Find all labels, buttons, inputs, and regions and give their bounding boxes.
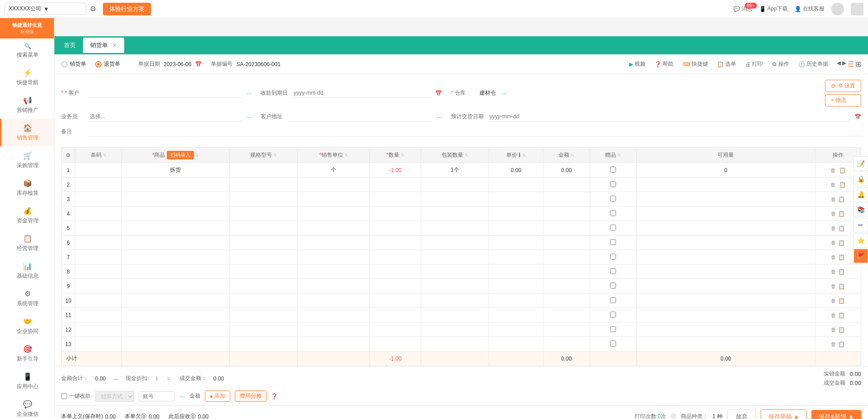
customer-more-btn[interactable]: ··· (246, 90, 252, 97)
avatar[interactable] (831, 3, 844, 15)
list-view-icon[interactable]: ☰ (848, 60, 854, 68)
expense-split-btn[interactable]: 费用分摊 (235, 390, 267, 402)
row11-copy-icon[interactable]: 📋 (838, 312, 845, 318)
row3-copy-icon[interactable]: 📋 (838, 196, 845, 202)
product-types-icon[interactable]: ⓪ (671, 413, 676, 419)
row6-copy-icon[interactable]: 📋 (838, 240, 845, 246)
row1-gift-cb[interactable] (610, 167, 616, 173)
row13-copy-icon[interactable]: 📋 (838, 341, 845, 347)
sidebar-item-inventory[interactable]: 📦 库存核算 (0, 174, 54, 202)
row8-copy-icon[interactable]: 📋 (838, 269, 845, 275)
sidebar-item-quick-nav[interactable]: ⚡ 快捷导航 (0, 63, 54, 91)
history-btn[interactable]: 🕐 历史单据 (795, 59, 831, 69)
row10-copy-icon[interactable]: 📋 (838, 298, 845, 304)
warehouse-more-btn[interactable]: ··· (502, 90, 507, 97)
sidebar-item-enterprise[interactable]: 🤝 企业协同 (0, 312, 54, 340)
row6-delete-icon[interactable]: 🗑 (831, 240, 836, 246)
right-panel-bell-icon[interactable]: 🔔 (853, 187, 868, 202)
row2-delete-icon[interactable]: 🗑 (830, 182, 836, 188)
th-settings[interactable]: ⚙ (62, 148, 75, 163)
row3-gift-cb[interactable] (610, 196, 616, 202)
row4-gift-cb[interactable] (610, 210, 616, 216)
print-btn[interactable]: 🖨 打印 (742, 59, 766, 69)
video-btn[interactable]: ▶ 视频 (626, 59, 648, 69)
help-btn[interactable]: ❓ 帮助 (652, 59, 676, 69)
row5-delete-icon[interactable]: 🗑 (831, 225, 836, 231)
save-new-btn[interactable]: 保存&新增 ▲ (811, 410, 861, 419)
address-more-btn[interactable]: ··· (436, 113, 442, 120)
row1-barcode[interactable] (75, 163, 122, 178)
row1-gift[interactable] (590, 163, 636, 178)
calendar-icon-payment[interactable]: 📅 (435, 90, 442, 96)
row12-gift-cb[interactable] (610, 326, 616, 332)
select-btn[interactable]: 📋 选单 (714, 59, 739, 69)
sidebar-item-wechat[interactable]: 💬 企业微信 (0, 395, 54, 419)
sidebar-item-finance[interactable]: 💰 资金管理 (0, 202, 54, 229)
grid-view-icon[interactable]: ⊞ (855, 60, 861, 68)
row8-delete-icon[interactable]: 🗑 (831, 269, 836, 275)
right-panel-note-icon[interactable]: 📝 (853, 156, 868, 171)
prev-icon[interactable]: ◀ (837, 60, 841, 68)
operate-btn[interactable]: ⚙ 操作 (769, 59, 792, 69)
right-panel-star-icon[interactable]: ⭐ (853, 233, 868, 248)
row2-copy-icon[interactable]: 📋 (839, 182, 846, 188)
row1-product[interactable]: 拆货 (122, 163, 229, 178)
row9-gift-cb[interactable] (610, 283, 616, 289)
row1-delete-icon[interactable]: 🗑 (830, 167, 836, 173)
row1-qty[interactable]: -1.00 (370, 163, 421, 178)
row8-gift-cb[interactable] (610, 268, 616, 274)
one-click-payment-label[interactable]: 一键收款 (61, 392, 91, 400)
logistics-btn[interactable]: + 物流 (825, 94, 861, 106)
row13-delete-icon[interactable]: 🗑 (831, 341, 836, 347)
discard-btn[interactable]: 放弃 (727, 409, 756, 419)
row1-copy-icon[interactable]: 📋 (839, 167, 846, 173)
right-panel-book-icon[interactable]: 📚 (853, 202, 868, 217)
account-input[interactable] (139, 391, 175, 401)
radio-sale[interactable]: 销货单 (61, 60, 86, 68)
row7-delete-icon[interactable]: 🗑 (831, 254, 836, 260)
row9-delete-icon[interactable]: 🗑 (831, 283, 836, 289)
row1-amount[interactable]: 0.00 (543, 163, 590, 178)
sidebar-item-system[interactable]: ⚙ 系统管理 (0, 284, 54, 312)
row10-delete-icon[interactable]: 🗑 (831, 298, 836, 304)
right-panel-edit-icon[interactable]: ✏ (853, 218, 868, 232)
row11-gift-cb[interactable] (610, 312, 616, 318)
customer-address-input[interactable] (287, 112, 433, 121)
settings-btn[interactable]: ⚙ ⚙ 设置 (825, 80, 861, 92)
row6-gift-cb[interactable] (610, 239, 616, 245)
next-icon[interactable]: ▶ (842, 60, 846, 68)
shortcut-btn[interactable]: ⌨ 快捷键 (680, 59, 711, 69)
right-panel-flag-icon[interactable]: 🚩 (853, 249, 868, 263)
row1-price[interactable]: 0.00 (489, 163, 543, 178)
payment-due-input[interactable] (291, 88, 432, 98)
sidebar-item-purchase[interactable]: 🛒 采购管理 (0, 146, 54, 174)
sidebar-item-basic[interactable]: 📊 基础信息 (0, 257, 54, 284)
row11-delete-icon[interactable]: 🗑 (831, 312, 836, 318)
row1-unit[interactable]: 个 (297, 163, 370, 178)
tab-close-icon[interactable]: ✕ (112, 42, 117, 48)
right-panel-lock-icon[interactable]: 🔒 (853, 172, 868, 186)
scan-btn[interactable]: 扫码录入 (167, 151, 194, 159)
row1-spec[interactable] (229, 163, 297, 178)
tab-sale-order[interactable]: 销货单 ✕ (83, 38, 124, 53)
sidebar-item-operations[interactable]: 📋 经营管理 (0, 229, 54, 257)
sidebar-item-marketing[interactable]: 📢 营销推广 (0, 91, 54, 119)
row7-copy-icon[interactable]: 📋 (838, 254, 845, 260)
company-selector[interactable]: XXXXXX公司 ▼ (5, 3, 86, 15)
discount-info-icon[interactable]: ℹ (156, 376, 158, 382)
row10-gift-cb[interactable] (610, 297, 616, 303)
row13-gift-cb[interactable] (610, 341, 616, 347)
settlement-select[interactable]: 结算方式 (95, 391, 134, 402)
row12-copy-icon[interactable]: 📋 (838, 327, 845, 333)
message-btn[interactable]: 💬 消息 99+ (733, 5, 752, 13)
expense-help-icon[interactable]: ❓ (271, 393, 278, 400)
row7-gift-cb[interactable] (610, 254, 616, 260)
row5-copy-icon[interactable]: 📋 (838, 225, 845, 231)
salesperson-more-btn[interactable]: ··· (246, 113, 252, 120)
row3-delete-icon[interactable]: 🗑 (831, 196, 836, 202)
row12-delete-icon[interactable]: 🗑 (831, 327, 836, 333)
one-click-payment-cb[interactable] (61, 393, 67, 399)
online-service-btn[interactable]: 👤 在线客服 (795, 5, 824, 13)
sidebar-item-appstore[interactable]: 📱 应用中心 (0, 367, 54, 395)
customer-input[interactable] (87, 88, 242, 98)
